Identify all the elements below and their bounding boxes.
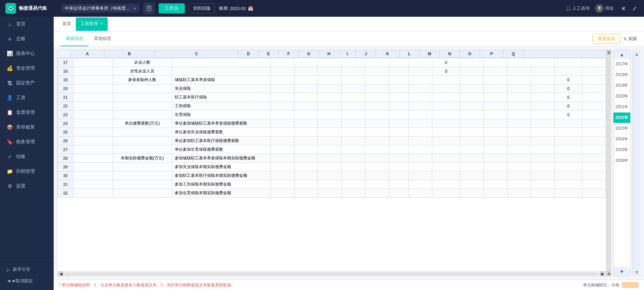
cell-p-29[interactable] bbox=[554, 163, 582, 171]
cell-g-22[interactable] bbox=[341, 102, 365, 111]
sidebar-item-funds[interactable]: 💰资金管理 bbox=[0, 61, 54, 76]
cell-o-17[interactable] bbox=[531, 58, 555, 67]
cell-p-28[interactable] bbox=[554, 154, 582, 163]
cell-p-21[interactable]: 0 bbox=[554, 93, 582, 102]
cell-d-25[interactable] bbox=[271, 128, 294, 137]
cell-m-27[interactable] bbox=[484, 145, 507, 154]
cell-e-32[interactable] bbox=[294, 189, 318, 198]
col-header-a[interactable]: A bbox=[71, 50, 104, 58]
cell-k-25[interactable] bbox=[432, 128, 460, 137]
year-nav-down-button[interactable]: ▼ bbox=[613, 267, 630, 276]
cell-p-19[interactable]: 0 bbox=[554, 76, 582, 84]
cell-k-18[interactable]: 0 bbox=[432, 67, 460, 76]
cell-k-23[interactable] bbox=[432, 111, 460, 119]
cell-b-17[interactable]: 从业人数 bbox=[113, 58, 172, 67]
cell-o-21[interactable] bbox=[531, 93, 555, 102]
year-item-2018[interactable]: 2018年 bbox=[613, 70, 630, 80]
col-header-e[interactable]: E bbox=[259, 50, 279, 58]
cell-n-19[interactable] bbox=[507, 76, 531, 84]
cell-d-17[interactable] bbox=[271, 58, 294, 67]
sidebar-item-payroll[interactable]: 👤工资 bbox=[0, 90, 54, 105]
cell-o-30[interactable] bbox=[531, 171, 555, 180]
sidebar-item-assets[interactable]: 🏗固定资产 bbox=[0, 76, 54, 90]
year-item-2019[interactable]: 2019年 bbox=[613, 80, 630, 91]
cell-n-18[interactable] bbox=[507, 67, 531, 76]
cell-i-27[interactable] bbox=[389, 145, 409, 154]
collapse-down-icon[interactable]: ▼ bbox=[635, 270, 639, 275]
cell-i-32[interactable] bbox=[389, 189, 409, 198]
cell-p-27[interactable] bbox=[554, 145, 582, 154]
cell-a-26[interactable] bbox=[73, 137, 113, 145]
cell-f-20[interactable] bbox=[318, 84, 342, 93]
cell-j-18[interactable] bbox=[409, 67, 432, 76]
cell-j-31[interactable] bbox=[409, 180, 432, 189]
ai-consult-button[interactable]: 🎧 人工咨询 bbox=[566, 5, 590, 11]
cell-c-22[interactable]: 工伤保险 bbox=[172, 102, 271, 111]
cell-b-32[interactable] bbox=[113, 189, 172, 198]
cell-g-25[interactable] bbox=[341, 128, 365, 137]
cell-i-30[interactable] bbox=[389, 171, 409, 180]
user-menu-button[interactable]: 用友 bbox=[595, 4, 614, 13]
cell-o-20[interactable] bbox=[531, 84, 555, 93]
cell-e-20[interactable] bbox=[294, 84, 318, 93]
company-selector[interactable]: 中审众环会计师事务所（特殊普通合伙... ▾ bbox=[61, 4, 139, 13]
cell-p-23[interactable]: 0 bbox=[554, 111, 582, 119]
cell-a-21[interactable] bbox=[73, 93, 113, 102]
cell-b-18[interactable]: 女性从业人员 bbox=[113, 67, 172, 76]
cell-l-23[interactable] bbox=[460, 111, 484, 119]
cell-m-17[interactable] bbox=[484, 58, 507, 67]
cell-h-24[interactable] bbox=[365, 119, 389, 128]
year-item-2022[interactable]: 2022年 bbox=[613, 113, 630, 123]
col-header-g[interactable]: G bbox=[299, 50, 319, 58]
new-guide-button[interactable]: ▷ 新手引导 bbox=[3, 264, 50, 275]
cell-o-29[interactable] bbox=[531, 163, 555, 171]
cell-l-29[interactable] bbox=[460, 163, 484, 171]
cell-g-31[interactable] bbox=[341, 180, 365, 189]
cell-l-24[interactable] bbox=[460, 119, 484, 128]
cell-l-32[interactable] bbox=[460, 189, 484, 198]
cell-c-21[interactable]: 职工基本医疗保险 bbox=[172, 93, 271, 102]
cell-f-26[interactable] bbox=[318, 137, 342, 145]
sub-tab-basic[interactable]: 基础信息 bbox=[60, 31, 89, 46]
cell-o-31[interactable] bbox=[531, 180, 555, 189]
cell-o-25[interactable] bbox=[531, 128, 555, 137]
cell-b-25[interactable] bbox=[113, 128, 172, 137]
cell-l-27[interactable] bbox=[460, 145, 484, 154]
cell-j-26[interactable] bbox=[409, 137, 432, 145]
cell-e-17[interactable] bbox=[294, 58, 318, 67]
cell-k-24[interactable] bbox=[432, 119, 460, 128]
cell-k-17[interactable]: 0 bbox=[432, 58, 460, 67]
cell-j-30[interactable] bbox=[409, 171, 432, 180]
cell-b-19[interactable]: 参保各险种人数 bbox=[113, 76, 172, 84]
cell-o-28[interactable] bbox=[531, 154, 555, 163]
cell-g-18[interactable] bbox=[341, 67, 365, 76]
cell-n-25[interactable] bbox=[507, 128, 531, 137]
cell-b-29[interactable] bbox=[113, 163, 172, 171]
cell-b-26[interactable] bbox=[113, 137, 172, 145]
reset-report-button[interactable]: 重置报表 bbox=[593, 34, 620, 44]
cell-i-26[interactable] bbox=[389, 137, 409, 145]
cell-a-29[interactable] bbox=[73, 163, 113, 171]
cell-b-21[interactable] bbox=[113, 93, 172, 102]
cell-n-21[interactable] bbox=[507, 93, 531, 102]
cell-i-25[interactable] bbox=[389, 128, 409, 137]
cell-n-26[interactable] bbox=[507, 137, 531, 145]
cell-m-32[interactable] bbox=[484, 189, 507, 198]
cell-n-22[interactable] bbox=[507, 102, 531, 111]
col-header-k[interactable]: K bbox=[376, 50, 399, 58]
cell-k-32[interactable] bbox=[432, 189, 460, 198]
col-header-d[interactable]: D bbox=[238, 50, 259, 58]
cell-b-30[interactable] bbox=[113, 171, 172, 180]
sidebar-item-ledger[interactable]: ≡总账 bbox=[0, 31, 54, 46]
cell-d-20[interactable] bbox=[271, 84, 294, 93]
cell-g-28[interactable] bbox=[341, 154, 365, 163]
cell-q-31[interactable] bbox=[582, 180, 606, 189]
cell-k-28[interactable] bbox=[432, 154, 460, 163]
col-header-b[interactable]: B bbox=[104, 50, 155, 58]
cell-n-20[interactable] bbox=[507, 84, 531, 93]
cell-p-18[interactable] bbox=[554, 67, 582, 76]
cell-i-18[interactable] bbox=[389, 67, 409, 76]
cell-p-17[interactable] bbox=[554, 58, 582, 67]
hscroll-left-button[interactable]: ◀ bbox=[59, 272, 63, 276]
cell-h-28[interactable] bbox=[365, 154, 389, 163]
